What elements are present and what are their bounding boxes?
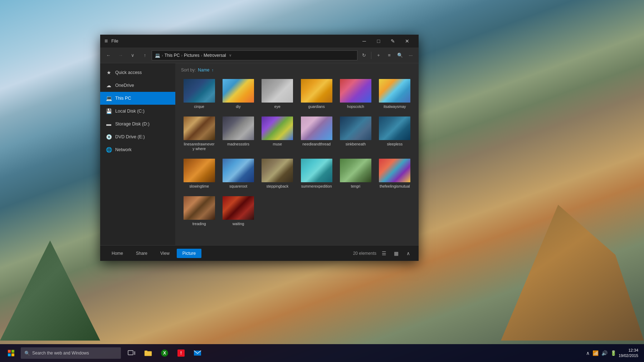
more-options-button[interactable]: ··· [406, 50, 416, 60]
sidebar-item-onedrive[interactable]: ☁ OneDrive [100, 79, 175, 92]
file-item-sleepless[interactable]: sleepless [377, 114, 413, 154]
volume-icon[interactable]: 🔊 [601, 350, 608, 356]
path-pc[interactable]: 💻 [155, 53, 160, 58]
file-name-eye: eye [274, 104, 280, 109]
view-options-button[interactable]: ≡ [384, 50, 394, 60]
edit-button[interactable]: ✎ [386, 35, 400, 48]
forward-button[interactable]: → [115, 50, 126, 60]
search-icon: 🔍 [24, 351, 30, 356]
file-item-eye[interactable]: eye [259, 77, 296, 111]
sidebar-item-label: Quick access [115, 70, 142, 75]
file-thumb-waiting [223, 196, 254, 220]
expand-button[interactable]: ∧ [404, 249, 413, 258]
file-thumb-slowingtime [184, 159, 215, 182]
path-dropdown-icon[interactable]: ∨ [229, 53, 231, 57]
up-button[interactable]: ↑ [140, 50, 150, 60]
tab-share[interactable]: Share [130, 249, 153, 258]
path-this-pc[interactable]: This PC [165, 53, 180, 58]
file-name-itsalwaysmay: itsalwaysmay [384, 104, 406, 109]
hide-icons-button[interactable]: ∧ [586, 350, 590, 356]
file-name-hopscotch: hopscotch [347, 104, 364, 109]
address-divider [371, 52, 371, 59]
sidebar-item-quick-access[interactable]: ★ Quick access [100, 66, 175, 79]
file-item-waiting[interactable]: waiting [220, 194, 256, 229]
local-disk-c-icon: 💾 [106, 108, 112, 114]
file-item-guardians[interactable]: guardians [298, 77, 335, 111]
back-button[interactable]: ← [103, 50, 114, 60]
sidebar: ★ Quick access ☁ OneDrive 💻 This PC 💾 Lo… [100, 63, 175, 245]
new-folder-button[interactable]: + [374, 50, 384, 60]
file-item-cirque[interactable]: cirque [181, 77, 217, 111]
window-controls: ─ □ ✎ ✕ [357, 35, 414, 48]
clock[interactable]: 12:34 19/02/2015 [619, 348, 638, 359]
address-actions: ↻ + ≡ 🔍 ··· [359, 50, 416, 60]
address-path[interactable]: 💻 › This PC › Pictures › Metroversal ∨ [152, 50, 357, 60]
file-item-sinkbeneath[interactable]: sinkbeneath [337, 114, 374, 154]
file-name-cirque: cirque [194, 104, 204, 109]
tab-view[interactable]: View [155, 249, 175, 258]
sort-bar: Sort by: Name ↑ [181, 68, 413, 73]
taskbar-app-mail[interactable] [190, 345, 205, 361]
file-item-madnessstirs[interactable]: madnessstirs [220, 114, 256, 154]
start-button[interactable] [3, 345, 19, 361]
file-item-thefeelingismutual[interactable]: thefeelingismutual [377, 157, 413, 191]
file-thumb-needleandthread [301, 116, 332, 140]
taskbar-app-file-explorer[interactable] [140, 345, 156, 361]
file-item-summerexpedition[interactable]: summerexpedition [298, 157, 335, 191]
sort-arrow-icon: ↑ [211, 68, 214, 72]
sort-name-button[interactable]: Name [198, 68, 209, 73]
sidebar-item-dvd-drive-e[interactable]: 💿 DVD Drive (E:) [100, 130, 175, 143]
file-item-itsalwaysmay[interactable]: itsalwaysmay [377, 77, 413, 111]
sidebar-item-storage-disk-d[interactable]: ▬ Storage Disk (D:) [100, 118, 175, 130]
path-pictures[interactable]: Pictures [184, 53, 199, 58]
maximize-button[interactable]: □ [371, 35, 386, 48]
grid-view-button[interactable]: ▦ [391, 249, 401, 258]
file-thumb-sinkbeneath [340, 116, 371, 140]
quick-access-icon: ★ [106, 70, 112, 75]
file-name-madnessstirs: madnessstirs [227, 142, 249, 147]
tab-picture[interactable]: Picture [177, 249, 201, 258]
time-display: 12:34 [619, 348, 638, 353]
search-bar[interactable]: 🔍 Search the web and Windows [21, 347, 121, 359]
taskbar-app-xbox[interactable]: X [157, 345, 172, 361]
dropdown-button[interactable]: ∨ [127, 50, 138, 60]
file-item-hopscotch[interactable]: hopscotch [337, 77, 374, 111]
file-name-guardians: guardians [308, 104, 325, 109]
file-item-needleandthread[interactable]: needleandthread [298, 114, 335, 154]
menu-icon[interactable]: ≡ [104, 38, 108, 44]
file-thumb-tengri [340, 159, 371, 182]
file-item-diy[interactable]: diy [220, 77, 256, 111]
refresh-button[interactable]: ↻ [359, 50, 369, 60]
file-item-tengri[interactable]: tengri [337, 157, 374, 191]
file-item-linesaredrawnevery[interactable]: linesaredrawnevery where [181, 114, 217, 154]
network-icon: 🌐 [106, 147, 112, 153]
file-area: Sort by: Name ↑ cirquediyeyeguardianshop… [175, 63, 419, 245]
path-metroversal[interactable]: Metroversal [204, 53, 226, 58]
file-item-steppingback[interactable]: steppingback [259, 157, 296, 191]
svg-rect-3 [11, 353, 14, 356]
svg-rect-5 [134, 351, 135, 355]
file-name-tengri: tengri [351, 184, 360, 189]
file-thumb-hopscotch [340, 79, 371, 103]
sidebar-item-label: Storage Disk (D:) [115, 122, 150, 127]
sidebar-item-network[interactable]: 🌐 Network [100, 143, 175, 156]
content-area: ★ Quick access ☁ OneDrive 💻 This PC 💾 Lo… [100, 63, 419, 245]
file-thumb-linesaredrawnevery [184, 116, 215, 140]
sidebar-item-local-disk-c[interactable]: 💾 Local Disk (C:) [100, 105, 175, 118]
file-item-slowingtime[interactable]: slowingtime [181, 157, 217, 191]
sidebar-item-label: Network [115, 147, 132, 152]
file-thumb-sleepless [379, 116, 410, 140]
list-view-button[interactable]: ☰ [379, 249, 389, 258]
close-button[interactable]: ✕ [400, 35, 414, 48]
taskbar-app-task-view[interactable] [124, 345, 140, 361]
file-thumb-cirque [184, 79, 215, 103]
search-button[interactable]: 🔍 [395, 50, 405, 60]
window-title: File [111, 39, 118, 44]
file-item-muse[interactable]: muse [259, 114, 296, 154]
sidebar-item-this-pc[interactable]: 💻 This PC [100, 92, 175, 105]
file-item-treading[interactable]: treading [181, 194, 217, 229]
file-item-squareroot[interactable]: squareroot [220, 157, 256, 191]
taskbar-app-security[interactable]: ! [173, 345, 189, 361]
minimize-button[interactable]: ─ [357, 35, 371, 48]
tab-home[interactable]: Home [106, 249, 129, 258]
